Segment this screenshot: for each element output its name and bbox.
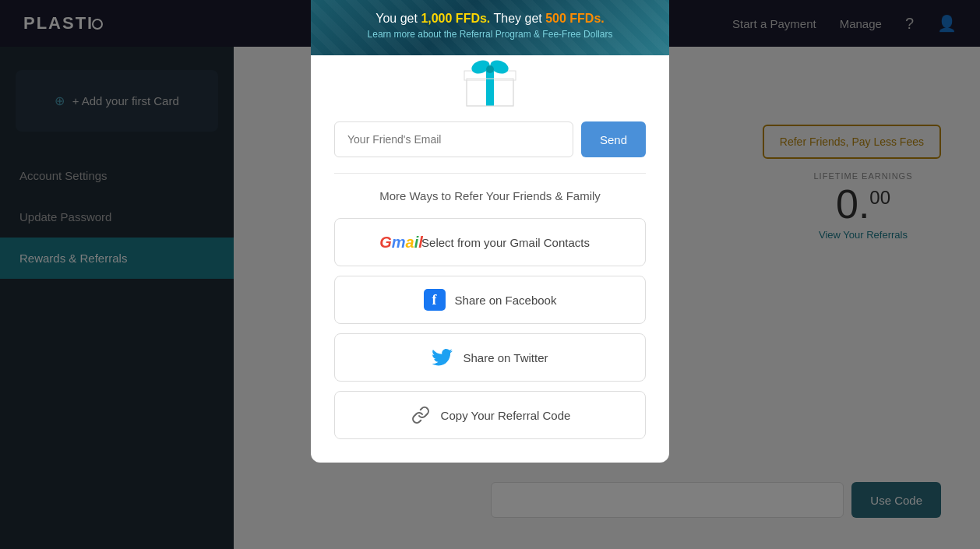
svg-point-7	[486, 65, 494, 73]
action-buttons: Gmail Select from your Gmail Contacts f …	[311, 218, 669, 439]
modal-you-get: 1,000 FFDs.	[421, 12, 490, 25]
email-input[interactable]	[334, 121, 573, 157]
twitter-icon	[432, 347, 454, 368]
copy-referral-label: Copy Your Referral Code	[441, 409, 571, 422]
send-button[interactable]: Send	[581, 121, 646, 157]
gift-icon	[459, 48, 521, 110]
gift-icon-container	[311, 48, 669, 110]
facebook-share-label: Share on Facebook	[455, 294, 557, 307]
facebook-icon: f	[424, 289, 446, 311]
referral-modal: You get 1,000 FFDs. They get 500 FFDs. L…	[311, 0, 669, 463]
modal-divider	[334, 173, 646, 174]
modal-learn-more[interactable]: Learn more about the Referral Program & …	[334, 29, 646, 40]
copy-referral-button[interactable]: Copy Your Referral Code	[334, 391, 646, 439]
modal-overlay[interactable]: You get 1,000 FFDs. They get 500 FFDs. L…	[0, 0, 980, 549]
gmail-contacts-button[interactable]: Gmail Select from your Gmail Contacts	[334, 218, 646, 266]
link-icon	[410, 404, 432, 426]
more-ways-title: More Ways to Refer Your Friends & Family	[311, 189, 669, 202]
gmail-contacts-label: Select from your Gmail Contacts	[421, 236, 590, 249]
twitter-share-button[interactable]: Share on Twitter	[334, 333, 646, 382]
email-row: Send	[311, 121, 669, 157]
modal-banner-text: You get 1,000 FFDs. They get 500 FFDs.	[334, 12, 646, 26]
facebook-share-button[interactable]: f Share on Facebook	[334, 276, 646, 324]
modal-prefix: You get	[375, 12, 421, 25]
modal-middle: They get	[490, 12, 545, 25]
twitter-share-label: Share on Twitter	[464, 351, 548, 364]
modal-they-get: 500 FFDs.	[545, 12, 605, 25]
gmail-icon: Gmail	[390, 231, 412, 253]
